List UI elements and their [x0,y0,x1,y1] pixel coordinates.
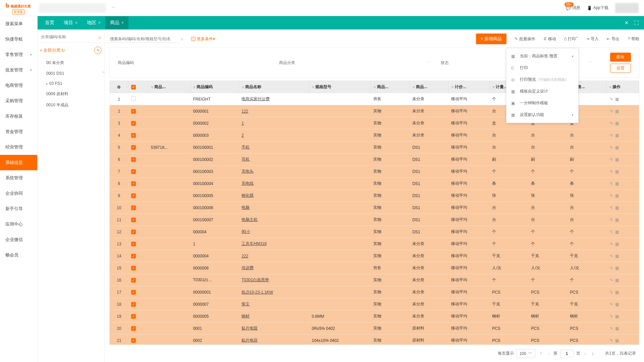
table-row[interactable]: 10✓000100006电脑实物DS1移动平均台台台✎▦ [110,202,639,214]
category-edit-button[interactable]: ✎ [94,47,102,54]
nav-item-13[interactable]: 应用中心 [0,217,37,232]
app-download-button[interactable]: 📱 App下载 [587,5,608,11]
settings-button[interactable]: 设置 [610,64,631,73]
nav-item-3[interactable]: 批发管理▾ [0,62,37,78]
tab-close-all-icon[interactable]: ✕ [622,20,631,25]
edit-icon[interactable]: ✎ [610,326,613,331]
cell-name[interactable]: 培训费 [239,262,309,274]
edit-icon[interactable]: ✎ [610,230,613,234]
edit-icon[interactable]: ✎ [610,254,613,258]
col-checkbox[interactable]: ✓ [128,81,148,93]
more-icon[interactable]: ▦ [615,314,619,319]
row-checkbox[interactable]: ✓ [128,117,148,129]
per-page-select[interactable]: 100﹀ [517,349,535,358]
cell-name[interactable]: 充电线 [239,178,309,190]
row-checkbox[interactable]: ✓ [128,226,148,238]
more-icon[interactable]: ▦ [615,266,619,270]
row-checkbox[interactable]: ✓ [128,141,148,154]
add-product-button[interactable]: + 新增商品 [476,34,506,44]
page-input[interactable] [560,350,574,357]
more-icon[interactable]: ▦ [615,242,619,246]
col-header-4[interactable]: ⇅商品... [371,81,410,93]
category-item-2[interactable]: 03 FS1 [40,78,102,88]
cell-name[interactable]: 电商买家付运费 [239,93,309,105]
nav-item-11[interactable]: 企业协同 [0,186,37,201]
toolbar-search-input[interactable] [109,35,179,43]
cell-name[interactable]: 2 [239,129,309,141]
export-button[interactable]: ⇤导出 [607,36,620,42]
table-row[interactable]: 21✓0002贴片电容104±10% 0402实物原材料移动平均PCSPCSPC… [110,335,639,345]
col-header-3[interactable]: ⇅规格型号 [309,81,371,93]
category-item-0[interactable]: 00 未分类 [40,57,102,68]
first-page-button[interactable]: ⤒ [538,351,544,356]
cell-name[interactable]: 222 [239,250,309,262]
col-header-1[interactable]: ⇅商品编码 [190,81,239,93]
edit-icon[interactable]: ✎ [610,145,613,150]
row-checkbox[interactable]: ✓ [128,322,148,335]
category-all[interactable]: ▾ 全部分类 ↻ ✎ [40,47,102,54]
more-icon[interactable]: ▦ [615,230,619,234]
row-checkbox[interactable]: ✓ [128,202,148,214]
row-checkbox[interactable]: ✓ [128,262,148,274]
search-button[interactable]: 查询 [610,53,631,62]
table-row[interactable]: 17✓00000001BLD10-23-1.1KW实物未分类移动平均PCSPCS… [110,286,639,298]
print-menu-item-3[interactable]: ▦模板自定义设计 [506,85,578,97]
user-avatar[interactable] [615,3,639,13]
more-icon[interactable]: ▦ [615,254,619,258]
cell-name[interactable]: 贴片电阻 [239,322,309,335]
cell-name[interactable]: 122 [239,105,309,117]
messages-button[interactable]: 💬 消息 99+ [566,5,580,11]
more-icon[interactable]: ▦ [615,109,619,114]
row-checkbox[interactable]: ✓ [128,166,148,178]
category-item-3[interactable]: 0009 原材料 [40,88,102,100]
nav-item-7[interactable]: 资金管理 [0,124,37,139]
tab-1[interactable]: 项目× [59,16,82,29]
edit-icon[interactable]: ✎ [610,338,613,343]
table-row[interactable]: 8✓000100004充电线实物DS1移动平均条条条✎▦ [110,178,639,190]
more-icon[interactable]: ▦ [615,302,619,307]
close-icon[interactable]: × [121,20,124,25]
edit-icon[interactable]: ✎ [610,121,613,126]
more-icon[interactable]: ▦ [615,181,619,186]
edit-icon[interactable]: ✎ [610,157,613,162]
table-row[interactable]: 11✓000100007电脑主机实物DS1移动平均台台台✎▦ [110,214,639,226]
table-row[interactable]: 6✓000100002耳机实物DS1移动平均副副副✎▦ [110,154,639,166]
print-menu-item-1[interactable]: ⎙打印 [506,62,578,74]
more-icon[interactable]: ▦ [615,145,619,150]
row-checkbox[interactable]: ✓ [128,129,148,141]
table-row[interactable]: 16✓T0301白...T0301白面黑带实物未分类移动平均个个个✎▦ [110,274,639,286]
category-search-input[interactable] [41,35,98,39]
print-button[interactable]: ⎙打印 ˄ [564,36,578,42]
table-row[interactable]: 7✓000100003充电头实物DS1移动平均个个个✎▦ [110,166,639,178]
filter-code-input[interactable] [139,60,226,65]
last-page-button[interactable]: ⤓ [590,351,596,356]
edit-icon[interactable]: ✎ [610,133,613,138]
table-row[interactable]: 19✓0000005钢材0.8MM实物未分类移动平均钢材钢材钢材✎▦ [110,310,639,322]
cell-name[interactable]: 90小 [239,226,309,238]
row-checkbox[interactable]: ✓ [128,274,148,286]
move-button[interactable]: ⇵移动 [543,36,556,42]
fullscreen-icon[interactable]: ⛶ [631,20,641,25]
table-row[interactable]: 15✓0000006培训费劳务未分类移动平均人/次人/次人/次✎▦ [110,262,639,274]
edit-icon[interactable]: ✎ [610,266,613,270]
nav-item-4[interactable]: 电商管理 [0,78,37,93]
cell-name[interactable]: 1 [239,117,309,129]
edit-icon[interactable]: ✎ [610,302,613,307]
print-menu-item-0[interactable]: ▦当前：商品标签-预置▾ [506,50,578,62]
batch-ops-button[interactable]: ✎批量操作 [515,36,535,42]
print-menu-item-5[interactable]: ▦设置默认功能▾ [506,109,578,121]
edit-icon[interactable]: ✎ [610,97,613,102]
row-checkbox[interactable]: ✓ [128,250,148,262]
print-menu-item-4[interactable]: ▣一分钟制作模板 [506,97,578,109]
nav-item-0[interactable]: 搜索菜单 [0,16,37,32]
edit-icon[interactable]: ✎ [610,193,613,198]
edit-icon[interactable]: ✎ [610,169,613,174]
table-row[interactable]: 12✓00000490小实物DS1移动平均个个个✎▦ [110,226,639,238]
nav-item-8[interactable]: 经营管理 [0,139,37,155]
row-checkbox[interactable]: ✓ [128,178,148,190]
nav-item-6[interactable]: 库存核算 [0,109,37,124]
nav-item-1[interactable]: 快捷导航 [0,32,37,47]
search-icon[interactable]: ⌕ [98,34,101,40]
filter-category[interactable]: 商品分类 ﹀ [279,60,440,66]
row-checkbox[interactable]: ✓ [128,310,148,322]
